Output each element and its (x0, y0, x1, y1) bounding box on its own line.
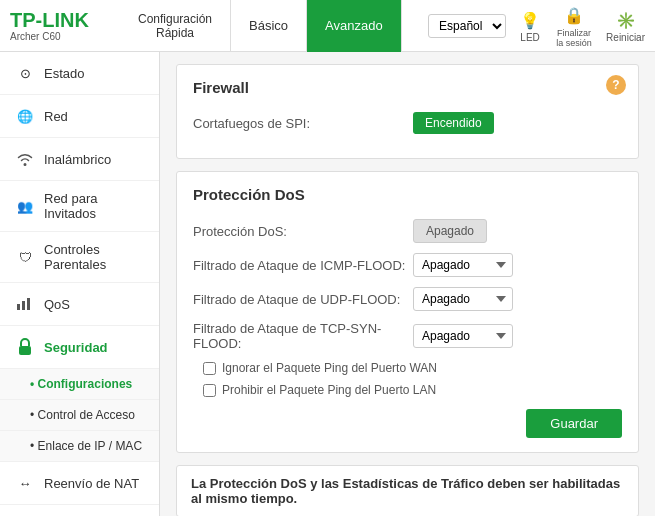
sidebar-item-controles[interactable]: 🛡 Controles Parentales (0, 232, 159, 283)
sidebar-item-red[interactable]: 🌐 Red (0, 95, 159, 138)
sidebar-item-red-invitados[interactable]: 👥 Red para Invitados (0, 181, 159, 232)
restart-button[interactable]: ✳️ Reiniciar (606, 8, 645, 43)
sidebar-item-seguridad[interactable]: Seguridad (0, 326, 159, 369)
svg-rect-1 (22, 301, 25, 310)
logout-icon: 🔒 (562, 4, 586, 28)
check-wan-row: Ignorar el Paquete Ping del Puerto WAN (203, 361, 622, 375)
spi-label: Cortafuegos de SPI: (193, 116, 413, 131)
tcp-select[interactable]: Apagado Encendido (413, 324, 513, 348)
header: TP-LINK Archer C60 Configuración Rápida … (0, 0, 655, 52)
led-icon: 💡 (518, 8, 542, 32)
sidebar-item-qos[interactable]: QoS (0, 283, 159, 326)
sidebar-item-estado[interactable]: ⊙ Estado (0, 52, 159, 95)
dos-protection-control: Apagado (413, 219, 487, 243)
main-content: Firewall ? Cortafuegos de SPI: Encendido… (160, 52, 655, 516)
header-right: Español English 💡 LED 🔒 Finalizar la ses… (428, 4, 645, 48)
spi-row: Cortafuegos de SPI: Encendido (193, 112, 622, 134)
udp-label: Filtrado de Ataque de UDP-FLOOD: (193, 292, 413, 307)
sidebar-subitem-enlace-ip-mac[interactable]: Enlace de IP / MAC (0, 431, 159, 462)
save-button[interactable]: Guardar (526, 409, 622, 438)
icmp-control: Apagado Encendido (413, 253, 513, 277)
led-button[interactable]: 💡 LED (518, 8, 542, 43)
spi-control: Encendido (413, 112, 494, 134)
tcp-row: Filtrado de Ataque de TCP-SYN-FLOOD: Apa… (193, 321, 622, 351)
icmp-select[interactable]: Apagado Encendido (413, 253, 513, 277)
shield-check-icon: 🛡 (14, 246, 36, 268)
sidebar-item-reenvio-nat[interactable]: ↔ Reenvío de NAT (0, 462, 159, 505)
logo-model: Archer C60 (10, 31, 100, 42)
svg-rect-2 (27, 298, 30, 310)
gauge-icon: ⊙ (14, 62, 36, 84)
firewall-section: Firewall ? Cortafuegos de SPI: Encendido (176, 64, 639, 159)
logout-button[interactable]: 🔒 Finalizar la sesión (554, 4, 594, 48)
firewall-title: Firewall (193, 79, 622, 100)
sidebar-subitem-configuraciones[interactable]: Configuraciones (0, 369, 159, 400)
globe-icon: 🌐 (14, 105, 36, 127)
sidebar-subitem-control-acceso[interactable]: Control de Acceso (0, 400, 159, 431)
warning-text: La Protección DoS y las Estadísticas de … (191, 476, 620, 506)
dos-protection-label: Protección DoS: (193, 224, 413, 239)
language-select[interactable]: Español English (428, 14, 506, 38)
qos-icon (14, 293, 36, 315)
check-wan-label[interactable]: Ignorar el Paquete Ping del Puerto WAN (222, 361, 437, 375)
dos-protection-toggle[interactable]: Apagado (413, 219, 487, 243)
sidebar: ⊙ Estado 🌐 Red Inalámbrico 👥 Red para In… (0, 52, 160, 516)
sidebar-sub-menu: Configuraciones Control de Acceso Enlace… (0, 369, 159, 462)
restart-icon: ✳️ (614, 8, 638, 32)
tab-avanzado[interactable]: Avanzado (307, 0, 402, 52)
dos-protection-row: Protección DoS: Apagado (193, 219, 622, 243)
udp-control: Apagado Encendido (413, 287, 513, 311)
svg-rect-3 (19, 346, 31, 355)
nav-tabs: Configuración Rápida Básico Avanzado (120, 0, 428, 52)
dos-section: Protección DoS Protección DoS: Apagado F… (176, 171, 639, 453)
udp-row: Filtrado de Ataque de UDP-FLOOD: Apagado… (193, 287, 622, 311)
lock-icon (14, 336, 36, 358)
spi-toggle-on[interactable]: Encendido (413, 112, 494, 134)
arrows-icon: ↔ (14, 472, 36, 494)
tcp-label: Filtrado de Ataque de TCP-SYN-FLOOD: (193, 321, 413, 351)
save-btn-row: Guardar (193, 409, 622, 438)
tcp-control: Apagado Encendido (413, 324, 513, 348)
sidebar-item-ipv6[interactable]: 🔗 IPv6 (0, 505, 159, 516)
check-wan-checkbox[interactable] (203, 362, 216, 375)
udp-select[interactable]: Apagado Encendido (413, 287, 513, 311)
logo-area: TP-LINK Archer C60 (10, 9, 100, 42)
warning-box: La Protección DoS y las Estadísticas de … (176, 465, 639, 516)
wifi-icon (14, 148, 36, 170)
layout: ⊙ Estado 🌐 Red Inalámbrico 👥 Red para In… (0, 52, 655, 516)
sidebar-item-inalambrico[interactable]: Inalámbrico (0, 138, 159, 181)
tab-configuracion-rapida[interactable]: Configuración Rápida (120, 0, 231, 52)
logo-tp: TP-LINK (10, 9, 100, 31)
check-lan-label[interactable]: Prohibir el Paquete Ping del Puerto LAN (222, 383, 436, 397)
help-icon[interactable]: ? (606, 75, 626, 95)
svg-rect-0 (17, 304, 20, 310)
icmp-row: Filtrado de Ataque de ICMP-FLOOD: Apagad… (193, 253, 622, 277)
tab-basico[interactable]: Básico (231, 0, 307, 52)
check-lan-row: Prohibir el Paquete Ping del Puerto LAN (203, 383, 622, 397)
users-icon: 👥 (14, 195, 36, 217)
dos-title: Protección DoS (193, 186, 622, 207)
check-lan-checkbox[interactable] (203, 384, 216, 397)
icmp-label: Filtrado de Ataque de ICMP-FLOOD: (193, 258, 413, 273)
